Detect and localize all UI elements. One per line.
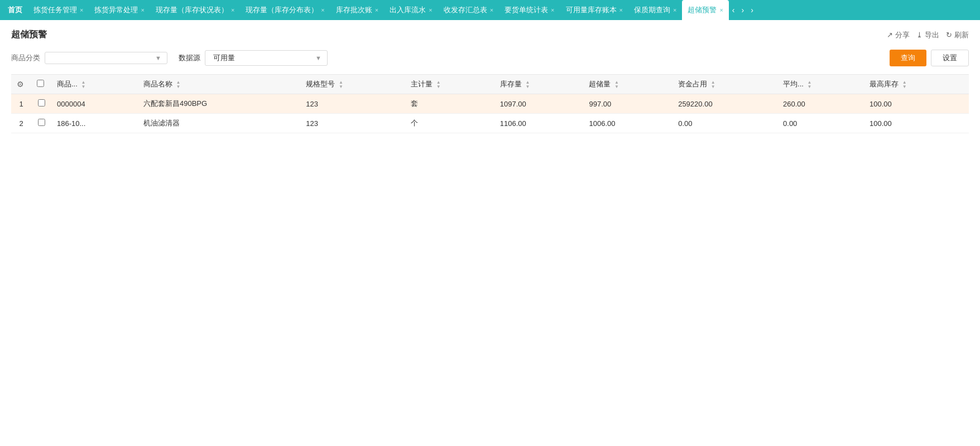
filter-row: 商品分类 ▼ 数据源 可用量 ▼ 查询 设置 [11,50,969,66]
query-button[interactable]: 查询 [890,50,926,66]
cell-stock-1: 1097.00 [494,94,584,114]
cell-product-code-1: 0000004 [51,94,138,114]
share-icon: ↗ [887,31,893,39]
row-num-1: 1 [11,94,31,114]
nav-item-pick-task[interactable]: 拣货任务管理 × [28,0,89,20]
sort-icon-capital: ▲▼ [711,80,715,89]
nav-item-pick-exception[interactable]: 拣货异常处理 × [89,0,150,20]
cell-product-code-2: 186-10... [51,114,138,133]
row-num-2: 2 [11,114,31,133]
datasource-select[interactable]: 可用量 ▼ [205,50,328,66]
nav-item-available-ledger[interactable]: 可用量库存账本 × [560,0,628,20]
sort-icon-unit: ▲▼ [436,80,441,89]
page-title: 超储预警 [11,29,47,41]
col-overstock[interactable]: 超储量 ▲▼ [583,75,672,94]
nav-prev-arrow[interactable]: ‹ [729,0,738,20]
col-select-all [31,75,51,94]
nav-item-inout-flow[interactable]: 出入库流水 × [384,0,438,20]
sort-icon-spec: ▲▼ [339,80,343,89]
export-button[interactable]: ⤓ 导出 [916,30,939,40]
col-unit[interactable]: 主计量 ▲▼ [405,75,494,94]
datasource-chevron-icon: ▼ [315,55,321,61]
nav-more-arrow[interactable]: › [747,0,757,20]
category-filter-group: 商品分类 ▼ [11,52,167,64]
chevron-down-icon: ▼ [155,55,161,61]
table-row: 1 0000004 六配套新昌490BPG 123 套 1097.00 997.… [11,94,969,114]
cell-spec-2: 123 [300,114,405,133]
datasource-label: 数据源 [179,53,200,63]
cell-stock-2: 1106.00 [494,114,584,133]
close-inout-flow[interactable]: × [429,7,432,13]
export-icon: ⤓ [916,31,923,39]
nav-next-arrow[interactable]: › [738,0,747,20]
sort-icon-product-code: ▲▼ [81,80,85,89]
col-gear: ⚙ [11,75,31,94]
nav-item-shelf-life[interactable]: 保质期查询 × [628,0,682,20]
cell-product-name-2: 机油滤清器 [138,114,300,133]
nav-item-order-stat[interactable]: 要货单统计表 × [499,0,560,20]
refresh-icon: ↻ [946,31,952,39]
col-spec[interactable]: 规格型号 ▲▼ [300,75,405,94]
datasource-value: 可用量 [213,53,235,63]
close-order-stat[interactable]: × [551,7,554,13]
row-checkbox-1 [31,94,51,114]
close-pick-exception[interactable]: × [141,7,144,13]
set-button[interactable]: 设置 [931,50,969,66]
close-stock-dist[interactable]: × [321,7,324,13]
row-select-1[interactable] [38,99,45,106]
cell-unit-1: 套 [405,94,494,114]
nav-item-stock-dist[interactable]: 现存量（库存分布表） × [240,0,330,20]
close-pick-task[interactable]: × [80,7,83,13]
close-available-ledger[interactable]: × [619,7,623,13]
category-select[interactable]: ▼ [45,52,167,64]
col-stock[interactable]: 库存量 ▲▼ [494,75,584,94]
col-product-code[interactable]: 商品... ▲▼ [51,75,138,94]
header-actions: ↗ 分享 ⤓ 导出 ↻ 刷新 [887,30,969,40]
col-product-name[interactable]: 商品名称 ▲▼ [138,75,300,94]
data-table: ⚙ 商品... ▲▼ 商品名称 ▲▼ 规格型号 ▲▼ 主计 [11,74,969,133]
col-avg[interactable]: 平均... ▲▼ [777,75,864,94]
close-overstock-warn[interactable]: × [719,7,723,13]
nav-item-batch-ledger[interactable]: 库存批次账 × [330,0,384,20]
table-header-row: ⚙ 商品... ▲▼ 商品名称 ▲▼ 规格型号 ▲▼ 主计 [11,75,969,94]
page-header: 超储预警 ↗ 分享 ⤓ 导出 ↻ 刷新 [11,29,969,41]
cell-overstock-1: 997.00 [583,94,672,114]
close-recv-sum[interactable]: × [490,7,493,13]
select-all-checkbox[interactable] [37,80,44,87]
cell-max-stock-1: 100.00 [864,94,969,114]
sort-icon-avg: ▲▼ [808,80,812,89]
close-shelf-life[interactable]: × [673,7,676,13]
filter-actions: 查询 设置 [890,50,969,66]
row-checkbox-2 [31,114,51,133]
nav-item-stock-status[interactable]: 现存量（库存状况表） × [150,0,240,20]
close-stock-status[interactable]: × [231,7,234,13]
nav-item-overstock-warn[interactable]: 超储预警 × [682,0,728,20]
datasource-filter-group: 数据源 可用量 ▼ [179,50,328,66]
close-batch-ledger[interactable]: × [375,7,378,13]
category-label: 商品分类 [11,53,40,63]
sort-icon-overstock: ▲▼ [614,80,619,89]
row-select-2[interactable] [38,119,45,126]
cell-unit-2: 个 [405,114,494,133]
refresh-button[interactable]: ↻ 刷新 [946,30,969,40]
sort-icon-stock: ▲▼ [525,80,530,89]
cell-overstock-2: 1006.00 [583,114,672,133]
cell-avg-1: 260.00 [777,94,864,114]
table-row: 2 186-10... 机油滤清器 123 个 1106.00 1006.00 … [11,114,969,133]
cell-product-name-1: 六配套新昌490BPG [138,94,300,114]
cell-capital-1: 259220.00 [672,94,777,114]
col-capital[interactable]: 资金占用 ▲▼ [672,75,777,94]
nav-item-home[interactable]: 首页 [2,0,28,20]
cell-capital-2: 0.00 [672,114,777,133]
sort-icon-max-stock: ▲▼ [902,80,907,89]
share-button[interactable]: ↗ 分享 [887,30,910,40]
page-content: 超储预警 ↗ 分享 ⤓ 导出 ↻ 刷新 商品分类 ▼ 数据源 [0,20,980,446]
gear-icon[interactable]: ⚙ [17,80,24,89]
cell-avg-2: 0.00 [777,114,864,133]
nav-item-recv-sum[interactable]: 收发存汇总表 × [438,0,499,20]
sort-icon-product-name: ▲▼ [176,80,181,89]
cell-max-stock-2: 100.00 [864,114,969,133]
cell-spec-1: 123 [300,94,405,114]
col-max-stock[interactable]: 最高库存 ▲▼ [864,75,969,94]
top-navigation: 首页 拣货任务管理 × 拣货异常处理 × 现存量（库存状况表） × 现存量（库存… [0,0,980,20]
